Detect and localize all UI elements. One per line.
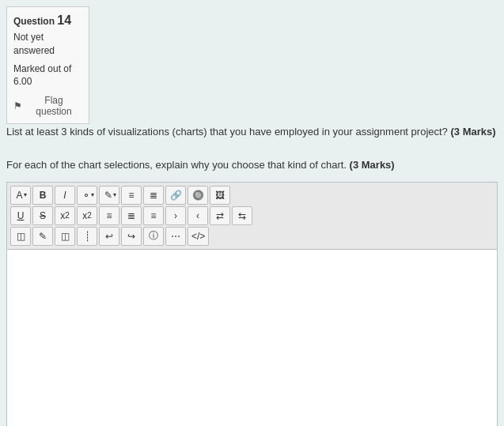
grid-button[interactable]: ◫ (55, 227, 75, 246)
question-label-text: Question (13, 16, 55, 27)
indent-left-button[interactable]: ‹ (188, 206, 208, 225)
list-ordered-button[interactable]: ≣ (143, 186, 164, 205)
list-unordered-button[interactable]: ≡ (121, 186, 142, 205)
font-button[interactable]: A ▾ (10, 186, 31, 205)
align-left-button[interactable]: ≡ (99, 206, 119, 225)
code-button[interactable]: </> (188, 227, 209, 246)
editor-body[interactable]: ⋲ (7, 250, 497, 426)
toolbar-row-3: ◫ ✎ ◫ ┊ ↩ ↪ ⓘ ⋯ </> (10, 227, 494, 246)
info-button[interactable]: ⓘ (143, 227, 164, 246)
cursor-button[interactable]: ┊ (77, 227, 97, 246)
redo-button[interactable]: ↪ (121, 227, 142, 246)
dots-button[interactable]: ⋯ (165, 227, 186, 246)
rtl-button[interactable]: ⇄ (210, 206, 230, 225)
question-sidebar: Question 14 Not yet answered Marked out … (6, 6, 89, 124)
image-button[interactable]: 🖼 (210, 186, 230, 205)
question-part1-marks: (3 Marks) (450, 126, 495, 138)
superscript-button[interactable]: x2 (77, 206, 97, 225)
table-button[interactable]: ◫ (10, 227, 31, 246)
ltr-button[interactable]: ⇆ (232, 206, 252, 225)
undo-button[interactable]: ↩ (99, 227, 119, 246)
toolbar-row-2: U S x2 x2 ≡ ≣ ≡ › ‹ ⇄ ⇆ (10, 206, 494, 225)
underline-button[interactable]: U (10, 206, 31, 225)
question-part2: For each of the chart selections, explai… (6, 159, 347, 171)
align-center-button[interactable]: ≣ (121, 206, 142, 225)
flag-question-button[interactable]: ⚑ Flag question (13, 95, 82, 117)
subscript-button[interactable]: x2 (55, 206, 75, 225)
question-part2-marks: (3 Marks) (350, 159, 395, 171)
flag-icon: ⚑ (13, 100, 22, 111)
unlink-button[interactable]: 🔘 (188, 186, 208, 205)
toolbar-row-1: A ▾ B I ⚬ ▾ ✎ ▾ ≡ ≣ 🔗 🔘 🖼 (10, 186, 494, 205)
strikethrough-button[interactable]: S (32, 206, 53, 225)
question-marked: Marked out of 6.00 (13, 62, 82, 89)
question-status: Not yet answered (13, 31, 82, 58)
indent-right-button[interactable]: › (165, 206, 186, 225)
edit-button[interactable]: ✎ (32, 227, 53, 246)
question-text: List at least 3 kinds of visualizations … (6, 124, 498, 173)
align-right-button[interactable]: ≡ (143, 206, 164, 225)
question-part1: List at least 3 kinds of visualizations … (6, 126, 448, 138)
question-number: 14 (57, 13, 71, 27)
bold-button[interactable]: B (32, 186, 53, 205)
link-button[interactable]: 🔗 (165, 186, 186, 205)
pen-button[interactable]: ✎ ▾ (99, 186, 119, 205)
special1-button[interactable]: ⚬ ▾ (77, 186, 97, 205)
flag-label: Flag question (25, 95, 82, 117)
question-label: Question 14 (13, 13, 82, 28)
italic-button[interactable]: I (55, 186, 75, 205)
answer-editor: A ▾ B I ⚬ ▾ ✎ ▾ ≡ ≣ 🔗 🔘 🖼 U S x2 x2 (6, 182, 498, 426)
editor-toolbar: A ▾ B I ⚬ ▾ ✎ ▾ ≡ ≣ 🔗 🔘 🖼 U S x2 x2 (7, 183, 497, 250)
question-main: List at least 3 kinds of visualizations … (6, 124, 498, 426)
